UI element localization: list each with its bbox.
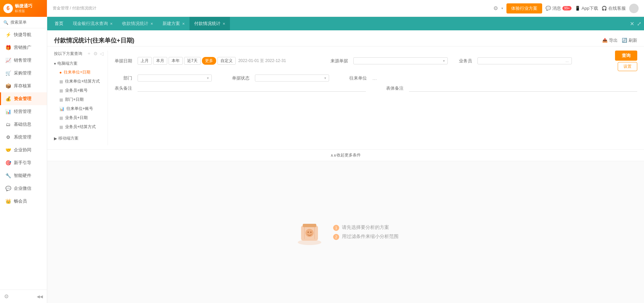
filter-sidebar: 按以下方案查询 ＋ ⚙ ◁ ▾ 电脑端方案 ● 往来单位+日期 (54, 51, 108, 145)
main-area: 资金管理 / 付款情况统计 ⚙ ▾ 体验行业方案 💬 消息 99+ 📱 App下… (47, 0, 644, 303)
date-btn-7days[interactable]: 近7天 (184, 57, 201, 65)
scheme-table-icon-5: ▦ (59, 125, 63, 129)
sales-icon: 📈 (5, 58, 11, 63)
sidebar: 6 畅捷通巧 标准版 🔍 搜索菜单 ⚡ 快捷导航 🎁 营销推广 📈 销售管理 🛒… (0, 0, 47, 303)
sidebar-logo: 6 畅捷通巧 标准版 (0, 0, 47, 17)
doc-status-arrow: ▾ (324, 76, 326, 80)
tab-bank-flow-close[interactable]: ✕ (110, 22, 113, 26)
scheme-item-dept-date[interactable]: ▦ 部门+日期 (54, 95, 104, 104)
date-range-text: 2022-01-01 至 2022-12-31 (238, 58, 286, 64)
scheme-table-icon-1: ▦ (59, 79, 63, 84)
sidebar-item-inventory[interactable]: 📦 库存核算 (0, 80, 47, 92)
filter-row-1: 单据日期 上月 本月 本年 近7天 更多 自定义 2022-01-01 至 20… (113, 51, 637, 71)
collapse-more-btn[interactable]: ∧∧ 收起更多条件 (47, 150, 644, 161)
sidebar-item-member[interactable]: 👑 畅会员 (0, 195, 47, 208)
filter-form: 单据日期 上月 本月 本年 近7天 更多 自定义 2022-01-01 至 20… (108, 51, 637, 145)
search-icon: 🔍 (3, 20, 8, 25)
date-btn-this-year[interactable]: 本年 (169, 57, 183, 65)
page-header-actions: 📤 导出 🔄 刷新 (602, 37, 637, 43)
empty-tips: 1 请先选择要分析的方案 2 用过滤条件来缩小分析范围 (333, 224, 399, 240)
date-btn-custom[interactable]: 自定义 (217, 57, 236, 65)
service-icon: 🎧 (602, 6, 607, 11)
date-btn-more[interactable]: 更多 (202, 57, 216, 65)
sidebar-item-marketing[interactable]: 🎁 营销推广 (0, 41, 47, 54)
dept-select[interactable]: ▾ (138, 74, 212, 82)
body-note-label: 表体备注 (385, 85, 404, 91)
doc-status-select[interactable]: ▾ (255, 74, 329, 82)
message-btn[interactable]: 💬 消息 99+ (546, 5, 572, 11)
dept-select-arrow: ▾ (207, 76, 209, 80)
date-label: 单据日期 (113, 58, 132, 64)
scheme-item-salesperson-settle[interactable]: ▦ 业务员+结算方式 (54, 122, 104, 131)
maximize-window-btn[interactable]: ⤢ (637, 21, 641, 27)
sidebar-item-guide[interactable]: 🎯 新手引导 (0, 156, 47, 169)
svg-rect-2 (303, 224, 316, 227)
tab-receipt-stats[interactable]: 收款情况统计 ✕ (117, 17, 158, 30)
scheme-radio-icon: ● (59, 70, 62, 75)
body-note-input[interactable] (409, 85, 637, 92)
add-scheme-icon[interactable]: ＋ (87, 51, 91, 57)
sidebar-item-quick-nav[interactable]: ⚡ 快捷导航 (0, 28, 47, 41)
scheme-item-partner-settle[interactable]: ▦ 往来单位+结算方式 (54, 77, 104, 86)
collapse-icon: ∧∧ (330, 153, 336, 158)
scheme-table-icon-3: ▦ (59, 97, 63, 102)
trial-btn[interactable]: 体验行业方案 (506, 3, 542, 13)
header-note-input[interactable] (138, 85, 366, 92)
tab-home[interactable]: 首页 (50, 17, 68, 30)
user-avatar[interactable] (629, 4, 639, 13)
tab-new-scheme[interactable]: 新建方案 ✕ (158, 17, 189, 30)
export-btn[interactable]: 📤 导出 (602, 37, 618, 43)
sidebar-action-icons: ＋ ⚙ ◁ (87, 51, 104, 57)
scheme-group-mobile-title[interactable]: ▶ 移动端方案 (54, 134, 104, 143)
date-btn-this-month[interactable]: 本月 (153, 57, 167, 65)
close-window-btn[interactable]: ✕ (630, 21, 634, 27)
empty-area: 1 请先选择要分析的方案 2 用过滤条件来缩小分析范围 (47, 161, 644, 303)
svg-point-3 (305, 229, 314, 237)
sidebar-item-funds[interactable]: 💰 资金管理 (0, 92, 47, 105)
tab-payment-stats-close[interactable]: ✕ (223, 22, 225, 26)
scheme-group-pc-title[interactable]: ▾ 电脑端方案 (54, 59, 104, 68)
footer-collapse-icon[interactable]: ◀◀ (37, 294, 43, 299)
tab-receipt-stats-close[interactable]: ✕ (150, 22, 153, 26)
footer-settings-icon[interactable]: ⚙ (4, 293, 9, 300)
sidebar-item-system[interactable]: ⚙ 系统管理 (0, 131, 47, 144)
sidebar-item-wechat[interactable]: 💬 企业微信 (0, 182, 47, 195)
sidebar-item-purchase[interactable]: 🛒 采购管理 (0, 67, 47, 80)
scheme-item-partner-date[interactable]: ● 往来单位+日期 (54, 68, 104, 77)
query-btn[interactable]: 查询 (615, 51, 637, 61)
action-buttons: 查询 设置 (615, 51, 637, 71)
scheme-item-partner-account[interactable]: 📊 往来单位+账号 (54, 104, 104, 113)
sidebar-item-cooperation[interactable]: 🤝 企业协同 (0, 144, 47, 156)
guide-icon: 🎯 (5, 160, 11, 165)
sidebar-item-hardware[interactable]: 🔧 智能硬件 (0, 169, 47, 182)
source-select[interactable]: ▾ (353, 57, 448, 64)
topbar-settings-icon[interactable]: ⚙ (493, 5, 498, 11)
topbar-dropdown-arrow[interactable]: ▾ (501, 6, 503, 10)
system-icon: ⚙ (5, 134, 11, 140)
sidebar-item-basic-info[interactable]: 🗂 基础信息 (0, 118, 47, 131)
sidebar-footer: ⚙ ◀◀ (0, 290, 47, 303)
sidebar-item-sales[interactable]: 📈 销售管理 (0, 54, 47, 67)
wechat-icon: 💬 (5, 186, 11, 191)
collapse-scheme-icon[interactable]: ◁ (100, 51, 104, 56)
tab-payment-stats[interactable]: 付款情况统计 ✕ (189, 17, 230, 30)
scheme-item-salesperson-date[interactable]: ▦ 业务员+日期 (54, 113, 104, 122)
salesperson-select[interactable]: … (477, 57, 572, 64)
filter-row-2: 部门 ▾ 单据状态 ▾ 往来单位 … (113, 74, 637, 82)
app-download-btn[interactable]: 📱 App下载 (575, 5, 598, 11)
service-btn[interactable]: 🎧 在线客服 (602, 5, 626, 11)
tip-num-2: 2 (333, 234, 339, 240)
logo-text: 畅捷通巧 标准版 (15, 3, 32, 13)
sidebar-item-operation[interactable]: 📊 经营管理 (0, 105, 47, 118)
tab-new-scheme-close[interactable]: ✕ (182, 22, 185, 26)
settings-scheme-icon[interactable]: ⚙ (93, 51, 98, 56)
search-menu[interactable]: 🔍 搜索菜单 (0, 17, 47, 28)
tab-bank-flow[interactable]: 现金银行流水查询 ✕ (68, 17, 117, 30)
salesperson-label: 业务员 (453, 58, 472, 64)
header-note-label: 表头备注 (113, 85, 132, 91)
refresh-btn[interactable]: 🔄 刷新 (622, 37, 637, 43)
partner-ellipsis[interactable]: … (372, 75, 382, 81)
date-btn-last-month[interactable]: 上月 (138, 57, 152, 65)
settings-btn[interactable]: 设置 (618, 62, 637, 71)
scheme-item-salesperson-account[interactable]: ▦ 业务员+账号 (54, 86, 104, 95)
